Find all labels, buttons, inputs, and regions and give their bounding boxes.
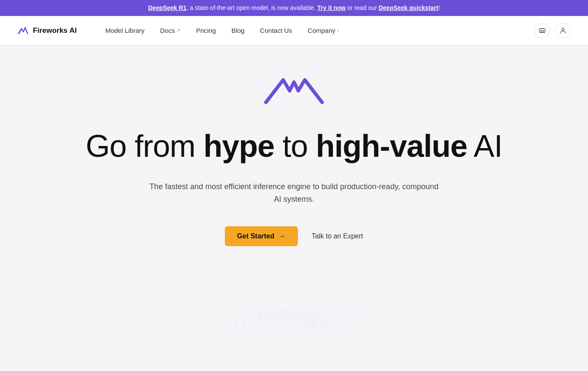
banner-separator: or read our (347, 4, 378, 11)
hero-cta: Get Started → Talk to an Expert (225, 226, 363, 246)
title-go-from: Go from (86, 129, 203, 163)
external-link-icon: ↗ (176, 28, 180, 33)
svg-point-2 (562, 28, 564, 31)
announcement-banner: DeepSeek R1, a state-of-the-art open mod… (0, 0, 588, 16)
title-to: to (274, 129, 316, 163)
get-started-button[interactable]: Get Started → (225, 226, 297, 246)
nav-contact-us[interactable]: Contact Us (252, 16, 300, 45)
account-button[interactable] (555, 23, 571, 38)
navbar: Fireworks AI Model Library Docs ↗ Pricin… (0, 16, 588, 45)
logo-link[interactable]: Fireworks AI (17, 26, 77, 35)
hero-subtitle: The fastest and most efficient inference… (147, 181, 441, 206)
title-ai: AI (467, 129, 502, 163)
arrow-icon: → (279, 232, 286, 240)
hero-section: Go from hype to high-value AI The fastes… (0, 45, 588, 348)
banner-suffix: ! (438, 4, 440, 11)
nav-pricing[interactable]: Pricing (188, 16, 224, 45)
discord-icon (538, 27, 546, 35)
get-started-label: Get Started (237, 232, 274, 240)
talk-to-expert-link[interactable]: Talk to an Expert (312, 232, 363, 240)
svg-point-0 (541, 30, 542, 31)
nav-company[interactable]: Company › (300, 16, 347, 45)
title-hype: hype (203, 129, 274, 163)
discord-button[interactable] (534, 23, 550, 38)
grid-visual (99, 279, 489, 348)
deepseek-r1-link[interactable]: DeepSeek R1 (148, 4, 187, 11)
grid-svg (99, 279, 489, 348)
banner-middle-text: , a state-of-the-art open model, is now … (186, 4, 316, 11)
talk-expert-label: Talk to an Expert (312, 232, 363, 240)
user-icon (559, 27, 567, 35)
logo-text: Fireworks AI (33, 26, 77, 35)
hero-logo (262, 71, 326, 112)
nav-links: Model Library Docs ↗ Pricing Blog Contac… (97, 16, 534, 45)
nav-blog[interactable]: Blog (224, 16, 252, 45)
try-now-link[interactable]: Try it now (317, 4, 345, 11)
svg-rect-85 (121, 279, 467, 348)
title-high-value: high-value (316, 129, 467, 163)
chevron-down-icon: › (337, 28, 339, 33)
svg-point-1 (543, 30, 544, 31)
nav-model-library[interactable]: Model Library (97, 16, 152, 45)
hero-title: Go from hype to high-value AI (86, 129, 502, 163)
quickstart-link[interactable]: DeepSeek quickstart (379, 4, 438, 11)
logo-icon (17, 26, 29, 35)
nav-docs[interactable]: Docs ↗ (152, 16, 188, 45)
hero-logo-icon (262, 71, 326, 110)
nav-actions (534, 23, 571, 38)
